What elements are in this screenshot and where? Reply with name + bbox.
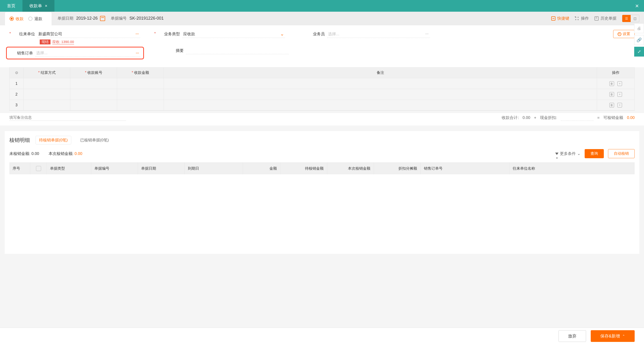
- radio-refund-label: 退款: [34, 16, 42, 22]
- add-row-icon[interactable]: ＋: [617, 81, 622, 86]
- radio-circle-icon: [10, 16, 14, 21]
- right-rail: 🖨 🔗 ⤢: [634, 23, 644, 56]
- doc-date-label: 单据日期: [58, 16, 73, 21]
- tab-receipt[interactable]: 收款单 ×: [22, 0, 54, 12]
- grid-row[interactable]: 2 🗑 ＋: [10, 89, 634, 100]
- doc-no-value: SK-20191226-001: [130, 16, 164, 21]
- tab-home[interactable]: 首页: [0, 0, 22, 12]
- cell-settle[interactable]: [24, 78, 70, 89]
- receivable-link[interactable]: 应收: 1390.00: [52, 40, 74, 44]
- cell-amount[interactable]: [117, 89, 164, 100]
- receive-total-label: 收款合计:: [502, 115, 519, 120]
- col-doc-type: 单据类型: [47, 163, 91, 174]
- delete-row-icon[interactable]: 🗑: [610, 81, 614, 86]
- more-filters-button[interactable]: 更多条件 ⌄: [555, 151, 580, 156]
- radio-circle-icon: [28, 16, 32, 21]
- cell-remark[interactable]: [164, 100, 597, 110]
- biztype-label: 业务类型: [154, 31, 182, 37]
- verify-grid: 序号 单据类型 单据编号 单据日期 到期日 金额 待核销金额 本次核销金额 折扣…: [9, 162, 635, 254]
- party-field[interactable]: 新盛商贸公司 ⋯: [38, 30, 140, 38]
- save-and-new-button[interactable]: 保存&新增 ⌃: [591, 330, 635, 342]
- row-number: 1: [10, 78, 24, 89]
- tab-receipt-label: 收款单: [30, 3, 42, 9]
- tab-close-icon[interactable]: ×: [45, 4, 48, 8]
- doc-date-value[interactable]: 2019-12-26: [76, 16, 98, 21]
- col-ops: 操作: [612, 70, 620, 75]
- operate-button[interactable]: 操作: [575, 16, 589, 21]
- secondary-right-actions: 快捷键 操作 历史单据 ☰ ◫: [551, 15, 644, 22]
- chevron-down-icon: ⌄: [577, 151, 580, 156]
- window-close-button[interactable]: ×: [630, 0, 644, 12]
- cell-account[interactable]: [70, 100, 117, 110]
- party-badges: 现结 应收: 1390.00: [40, 40, 635, 44]
- col-checkbox[interactable]: [30, 163, 47, 174]
- radio-receive[interactable]: 收款: [10, 16, 24, 22]
- verify-title: 核销明细: [9, 137, 30, 144]
- delete-row-icon[interactable]: 🗑: [610, 103, 614, 108]
- col-this-amount: 本次核销金额: [327, 163, 374, 174]
- ellipsis-icon[interactable]: ⋯: [136, 51, 140, 55]
- rail-expand-button[interactable]: ⤢: [634, 47, 644, 56]
- delete-row-icon[interactable]: 🗑: [610, 92, 614, 97]
- row-number: 3: [10, 100, 24, 110]
- tab-done-writeoff[interactable]: 已核销单据(0笔): [77, 136, 112, 144]
- cell-settle[interactable]: [24, 89, 70, 100]
- cash-discount-input[interactable]: [561, 115, 594, 121]
- checkbox-icon[interactable]: [36, 166, 41, 171]
- cell-account[interactable]: [70, 89, 117, 100]
- col-due-date: 到期日: [184, 163, 243, 174]
- view-list-button[interactable]: ☰: [622, 15, 631, 22]
- tab-pending-writeoff[interactable]: 待核销单据(0笔): [36, 136, 71, 144]
- cell-remark[interactable]: [164, 78, 597, 89]
- chevron-down-icon[interactable]: ⌄: [280, 31, 284, 37]
- unv-value: 0.00: [31, 152, 39, 156]
- cell-remark[interactable]: [164, 89, 597, 100]
- grid-row[interactable]: 1 🗑 ＋: [10, 78, 634, 89]
- sales-order-label: 销售订单: [10, 50, 35, 56]
- ellipsis-icon[interactable]: ⋯: [425, 32, 429, 36]
- ellipsis-icon[interactable]: ⋯: [136, 32, 139, 36]
- radio-refund[interactable]: 退款: [28, 16, 42, 22]
- grid-settings-button[interactable]: ⚙: [10, 68, 24, 78]
- this-value: 0.00: [74, 152, 82, 156]
- grid-dots-icon: [575, 16, 579, 20]
- salesman-field[interactable]: 选择... ⋯: [327, 30, 430, 38]
- add-row-icon[interactable]: ＋: [617, 92, 622, 97]
- col-party-name: 往来单位名称: [510, 163, 635, 174]
- unv-label: 未核销金额:: [9, 152, 30, 156]
- grid-row[interactable]: 3 🗑 ＋: [10, 100, 634, 110]
- tab-home-label: 首页: [7, 3, 16, 9]
- cell-settle[interactable]: [24, 100, 70, 110]
- col-remark: 备注: [377, 70, 384, 75]
- auto-writeoff-button[interactable]: 自动核销: [608, 149, 635, 158]
- history-label: 历史单据: [600, 16, 616, 21]
- setting-button[interactable]: 设置: [613, 30, 635, 38]
- discard-button[interactable]: 放弃: [558, 330, 586, 342]
- history-button[interactable]: 历史单据: [594, 16, 616, 21]
- link-icon: 🔗: [636, 38, 642, 42]
- shortcut-button[interactable]: 快捷键: [551, 16, 569, 21]
- summary-bar: 收款合计: 0.00 + 现金折扣: = 可核销金额 0.00: [0, 113, 644, 126]
- cash-settle-badge: 现结: [40, 40, 50, 44]
- rail-print-button[interactable]: 🖨: [634, 23, 644, 33]
- rail-link-button[interactable]: 🔗: [634, 35, 644, 45]
- cell-amount[interactable]: [117, 100, 164, 110]
- verification-section: 核销明细 待核销单据(0笔) 已核销单据(0笔) 未核销金额: 0.00 本次核…: [5, 131, 639, 254]
- detail-icon: ◫: [634, 16, 636, 20]
- writeoff-label: 可核销金额: [603, 115, 623, 120]
- col-seq: 序号: [9, 163, 30, 174]
- summary-field[interactable]: [186, 47, 289, 54]
- cell-amount[interactable]: [117, 78, 164, 89]
- biztype-field[interactable]: 应收款 ⌄: [182, 30, 285, 38]
- remark-input[interactable]: [9, 114, 126, 121]
- sales-order-field[interactable]: 选择... ⋯: [35, 49, 140, 57]
- cell-account[interactable]: [70, 78, 117, 89]
- view-detail-button[interactable]: ◫: [631, 15, 639, 22]
- calendar-icon[interactable]: [100, 16, 105, 21]
- add-row-icon[interactable]: ＋: [617, 103, 622, 108]
- list-icon: ☰: [625, 16, 628, 20]
- query-button[interactable]: 查询: [585, 149, 604, 158]
- top-tab-bar: 首页 收款单 × ×: [0, 0, 644, 12]
- doc-no-label: 单据编号: [111, 16, 127, 21]
- salesman-label: 业务员: [299, 31, 327, 37]
